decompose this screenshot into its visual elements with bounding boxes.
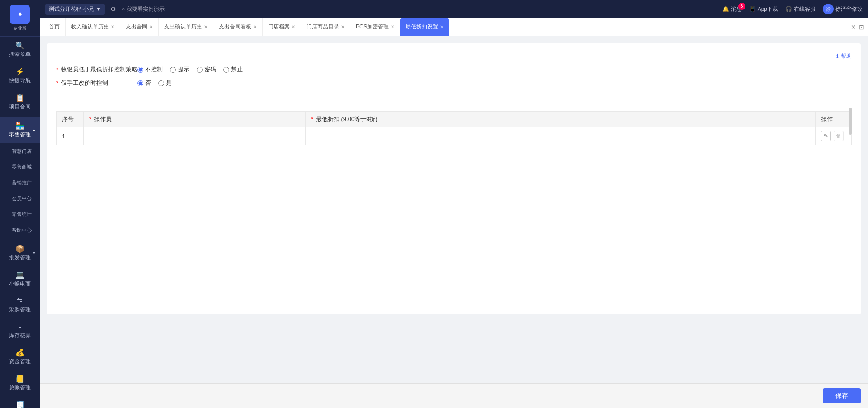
- close-tab-contract-board[interactable]: ✕: [253, 24, 257, 29]
- sidebar: ✦ 专业版 🔍 搜索菜单 ⚡ 快捷导航 📋 项目合同 🏪 零售管理 ▲ 智慧门店…: [0, 0, 40, 408]
- lightning-icon: ⚡: [15, 67, 24, 76]
- table-body: 1 ✎ 🗑: [57, 127, 852, 145]
- cashier-policy-row: * 收银员低于最低折扣控制策略 不控制 提示: [56, 66, 852, 74]
- help-circle-icon: ℹ: [836, 53, 839, 59]
- cashier-policy-radio-group: 不控制 提示 密码 禁止: [137, 66, 243, 74]
- topbar-settings-icon[interactable]: ⚙: [110, 5, 116, 13]
- table-scrollbar[interactable]: [849, 108, 852, 135]
- inventory-icon: 🗄: [16, 323, 24, 331]
- sidebar-item-member[interactable]: 会员中心: [0, 191, 40, 206]
- sidebar-item-finance[interactable]: 💰 资金管理: [0, 344, 40, 370]
- tabs-right-actions: ✕ ⊡: [851, 23, 864, 31]
- manual-price-yes[interactable]: 是: [158, 79, 172, 87]
- dropdown-icon: ▼: [96, 6, 101, 12]
- project-icon: 📋: [15, 94, 24, 102]
- table-header: 序号 * 操作员 * 最低折扣 (9.00等于9折) 操作: [57, 112, 852, 127]
- sidebar-item-retail-stat[interactable]: 零售统计: [0, 206, 40, 222]
- sidebar-item-inventory[interactable]: 🗄 库存核算: [0, 318, 40, 344]
- finance-icon: 💰: [15, 348, 24, 357]
- project-selector[interactable]: 测试分开花程-小兄 ▼: [45, 4, 105, 15]
- discount-table: 序号 * 操作员 * 最低折扣 (9.00等于9折) 操作: [56, 111, 852, 145]
- close-tab-min-discount[interactable]: ✕: [440, 24, 443, 29]
- sidebar-item-project[interactable]: 📋 项目合同: [0, 89, 40, 115]
- manual-price-row: * 仅手工改价时控制 否 是: [56, 79, 852, 87]
- app-edition: 专业版: [0, 25, 40, 32]
- tab-store-file[interactable]: 门店档案 ✕: [263, 18, 301, 36]
- tab-expense-history[interactable]: 支出确认单历史 ✕: [159, 18, 213, 36]
- help-button[interactable]: ℹ 帮助: [836, 52, 852, 60]
- close-tab-income-history[interactable]: ✕: [111, 24, 114, 29]
- close-tab-button[interactable]: ✕: [851, 23, 856, 31]
- sidebar-item-smart-store[interactable]: 智慧门店: [0, 143, 40, 159]
- chevron-up-icon: ▲: [32, 128, 36, 132]
- bell-icon: 🔔: [722, 6, 729, 12]
- close-tab-store-product[interactable]: ✕: [341, 24, 344, 29]
- col-operator-header: * 操作员: [84, 112, 306, 127]
- content-card: ℹ 帮助 * 收银员低于最低折扣控制策略 不控制: [47, 43, 861, 314]
- close-tab-contract[interactable]: ✕: [149, 24, 153, 29]
- row-actions: ✎ 🗑: [821, 131, 846, 141]
- tab-pos-encrypt[interactable]: POS加密管理 ✕: [350, 18, 400, 36]
- online-service-button[interactable]: 🎧 在线客服: [785, 5, 816, 13]
- avatar: 徐: [823, 4, 834, 14]
- tabs-bar: 首页 收入确认单历史 ✕ 支出合同 ✕ 支出确认单历史 ✕ 支出合同看板 ✕ 门…: [40, 18, 868, 36]
- sidebar-item-ledger[interactable]: 📒 总账管理: [0, 370, 40, 396]
- sidebar-item-wholesale[interactable]: 📦 批发管理 ▼: [0, 240, 40, 266]
- sidebar-item-shortcuts[interactable]: ⚡ 快捷导航: [0, 63, 40, 89]
- close-tab-store-file[interactable]: ✕: [292, 24, 295, 29]
- chevron-down-icon: ▼: [32, 251, 36, 255]
- cashier-policy-no-control[interactable]: 不控制: [137, 66, 163, 74]
- sidebar-item-invoice[interactable]: 🧾 发票管理: [0, 396, 40, 408]
- tab-min-discount[interactable]: 最低折扣设置 ✕: [400, 18, 449, 36]
- purchase-icon: 🛍: [16, 297, 24, 305]
- discount-cell: [306, 127, 816, 145]
- seq-cell: 1: [57, 127, 84, 145]
- tab-income-history[interactable]: 收入确认单历史 ✕: [66, 18, 120, 36]
- app-logo: ✦ 专业版: [0, 0, 40, 37]
- sidebar-item-help[interactable]: 帮助中心: [0, 222, 40, 238]
- page-content: ℹ 帮助 * 收银员低于最低折扣控制策略 不控制: [40, 36, 868, 383]
- demo-circle-icon: ○: [122, 6, 125, 12]
- logo-icon: ✦: [10, 5, 30, 24]
- manual-price-radio-group: 否 是: [137, 79, 172, 87]
- topbar-right-icons: 🔔 消息 8 📱 App下载 🎧 在线客服 徐 徐泽华修改: [722, 4, 863, 14]
- sidebar-item-ecommerce[interactable]: 💻 小畅电商: [0, 266, 40, 292]
- cashier-policy-password[interactable]: 密码: [197, 66, 216, 74]
- app-download-button[interactable]: 📱 App下载: [749, 5, 778, 13]
- manual-price-label: * 仅手工改价时控制: [56, 79, 137, 87]
- retail-icon: 🏪: [15, 122, 24, 130]
- cashier-policy-prompt[interactable]: 提示: [170, 66, 189, 74]
- sidebar-item-purchase[interactable]: 🛍 采购管理: [0, 292, 40, 318]
- operator-cell: [84, 127, 306, 145]
- close-tab-expense-history[interactable]: ✕: [204, 24, 208, 29]
- tab-store-product[interactable]: 门店商品目录 ✕: [301, 18, 350, 36]
- sidebar-item-online-shop[interactable]: 零售商城: [0, 159, 40, 175]
- table-header-row: 序号 * 操作员 * 最低折扣 (9.00等于9折) 操作: [57, 112, 852, 127]
- notifications-button[interactable]: 🔔 消息 8: [722, 5, 742, 13]
- invoice-icon: 🧾: [15, 401, 24, 408]
- col-seq-header: 序号: [57, 112, 84, 127]
- sidebar-item-search[interactable]: 🔍 搜索菜单: [0, 37, 40, 63]
- user-menu[interactable]: 徐 徐泽华修改: [823, 4, 863, 14]
- ledger-icon: 📒: [15, 375, 24, 383]
- cashier-policy-forbid[interactable]: 禁止: [223, 66, 243, 74]
- manual-price-no[interactable]: 否: [137, 79, 151, 87]
- close-tab-pos-encrypt[interactable]: ✕: [391, 24, 394, 29]
- delete-row-button[interactable]: 🗑: [834, 131, 844, 141]
- table-row: 1 ✎ 🗑: [57, 127, 852, 145]
- sidebar-item-marketing[interactable]: 营销推广: [0, 175, 40, 191]
- form-section: * 收银员低于最低折扣控制策略 不控制 提示: [56, 66, 852, 100]
- sidebar-item-retail[interactable]: 🏪 零售管理 ▲: [0, 117, 40, 143]
- tab-contract-board[interactable]: 支出合同看板 ✕: [213, 18, 263, 36]
- wholesale-icon: 📦: [15, 244, 24, 253]
- save-button[interactable]: 保存: [823, 388, 861, 403]
- discount-table-wrapper: 序号 * 操作员 * 最低折扣 (9.00等于9折) 操作: [56, 108, 852, 145]
- tab-home[interactable]: 首页: [43, 18, 66, 36]
- main-content: 首页 收入确认单历史 ✕ 支出合同 ✕ 支出确认单历史 ✕ 支出合同看板 ✕ 门…: [40, 18, 868, 408]
- project-name: 测试分开花程-小兄: [49, 5, 94, 13]
- edit-row-button[interactable]: ✎: [821, 131, 831, 141]
- tab-contract[interactable]: 支出合同 ✕: [120, 18, 159, 36]
- col-discount-header: * 最低折扣 (9.00等于9折): [306, 112, 816, 127]
- expand-tab-button[interactable]: ⊡: [859, 23, 864, 31]
- demo-link[interactable]: ○ 我要看实例演示: [122, 5, 165, 13]
